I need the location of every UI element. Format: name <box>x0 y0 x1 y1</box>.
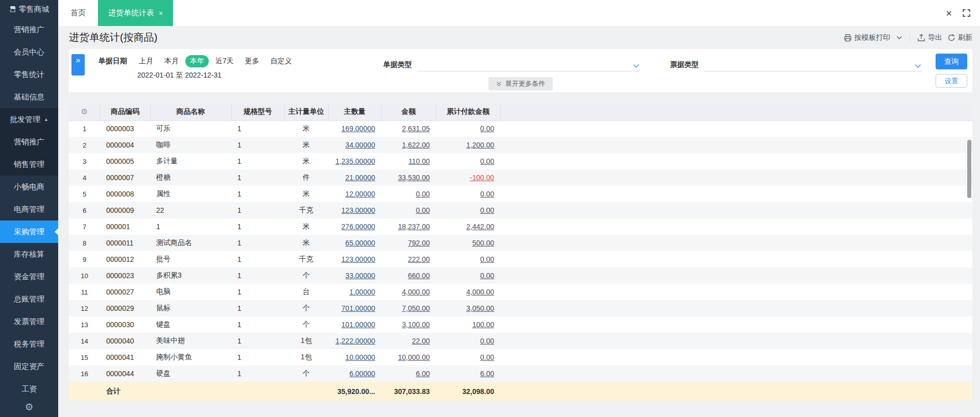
table-row[interactable]: 13 0000030 键盘 1 个 101.00000 3,100.00 100… <box>69 316 972 333</box>
sidebar-item[interactable]: 固定资产 <box>0 355 58 378</box>
cell-qty-link[interactable]: 123.00000 <box>341 206 375 214</box>
table-row[interactable]: 15 0000041 腌制小黄鱼 1 1包 10.00000 10,000.00… <box>69 349 972 365</box>
cell-paid-link[interactable]: 2,442.00 <box>467 223 495 231</box>
sidebar-item[interactable]: 发票管理 <box>0 310 58 333</box>
table-row[interactable]: 6 0000009 22 1 千克 123.00000 0.00 0.00 <box>69 202 972 218</box>
cell-qty-link[interactable]: 169.00000 <box>341 125 375 133</box>
column-header[interactable]: 主数量 <box>328 104 381 120</box>
cell-amount-link[interactable]: 110.00 <box>408 157 430 165</box>
tab-close-icon[interactable]: × <box>159 9 163 17</box>
filter-collapse-button[interactable]: » <box>71 54 85 76</box>
query-button[interactable]: 查询 <box>936 54 967 69</box>
cell-paid-link[interactable]: 0.00 <box>480 255 494 263</box>
date-option[interactable]: 本月 <box>160 55 183 67</box>
cell-paid-link[interactable]: 6.00 <box>480 370 494 378</box>
cell-amount-link[interactable]: 2,631.05 <box>402 125 430 133</box>
cell-amount-link[interactable]: 7,050.00 <box>402 304 430 312</box>
cell-qty-link[interactable]: 21.00000 <box>346 174 375 182</box>
column-header[interactable]: 主计量单位 <box>284 104 328 120</box>
cell-qty-link[interactable]: 1.00000 <box>349 288 375 296</box>
cell-qty-link[interactable]: 34.00000 <box>346 141 375 149</box>
settings-button[interactable]: 设置 <box>936 74 967 88</box>
sidebar-item[interactable]: 营销推广 <box>0 131 58 153</box>
cell-paid-link[interactable]: 100.00 <box>472 321 494 329</box>
cell-qty-link[interactable]: 123.00000 <box>341 255 375 263</box>
print-dropdown-chevron-icon[interactable] <box>896 36 902 40</box>
cell-paid-link[interactable]: 0.00 <box>480 353 494 361</box>
cell-qty-link[interactable]: 6.00000 <box>349 370 375 378</box>
cell-amount-link[interactable]: 792.00 <box>408 239 430 247</box>
cell-amount-link[interactable]: 660.00 <box>408 272 430 280</box>
cell-qty-link[interactable]: 10.00000 <box>346 353 375 361</box>
table-row[interactable]: 5 0000008 属性 1 米 12.00000 0.00 0.00 <box>69 186 972 202</box>
sidebar-item[interactable]: 采购管理 <box>0 220 58 243</box>
sidebar-item[interactable]: 销售管理 <box>0 153 58 176</box>
date-option[interactable]: 更多 <box>240 55 264 67</box>
sidebar-item[interactable]: 资金管理 <box>0 265 58 288</box>
cell-paid-link[interactable]: -100.00 <box>470 174 494 182</box>
table-scrollbar-thumb[interactable] <box>967 140 971 198</box>
cell-qty-link[interactable]: 1,222.00000 <box>335 337 375 345</box>
column-header[interactable]: 商品名称 <box>150 104 231 120</box>
cell-qty-link[interactable]: 33.00000 <box>346 272 375 280</box>
sidebar-gear-icon[interactable]: ⚙ <box>0 401 58 413</box>
table-row[interactable]: 11 0000027 电脑 1 台 1.00000 4,000.00 4,000… <box>69 284 972 300</box>
cell-paid-link[interactable]: 0.00 <box>480 272 494 280</box>
cell-qty-link[interactable]: 701.00000 <box>341 304 375 312</box>
export-button[interactable]: 导出 <box>917 33 942 42</box>
sidebar-item[interactable]: 库存核算 <box>0 243 58 265</box>
cell-paid-link[interactable]: 4,000.00 <box>467 288 495 296</box>
column-header[interactable]: 规格型号 <box>231 104 284 120</box>
refresh-button[interactable]: 刷新 <box>947 33 972 42</box>
cell-paid-link[interactable]: 0.00 <box>480 157 494 165</box>
cell-amount-link[interactable]: 18,237.00 <box>398 223 430 231</box>
date-option[interactable]: 自定义 <box>266 55 297 67</box>
table-row[interactable]: 16 0000044 硬盘 1 个 6.00000 6.00 6.00 <box>69 365 972 382</box>
table-row[interactable]: 2 0000004 咖啡 1 米 34.00000 1,622.00 1,200… <box>69 137 972 153</box>
table-row[interactable]: 3 0000005 多计量 1 米 1,235.00000 110.00 0.0… <box>69 153 972 169</box>
cell-paid-link[interactable]: 3,050.00 <box>467 304 495 312</box>
table-row[interactable]: 8 0000011 测试商品名 1 米 65.00000 792.00 500.… <box>69 235 972 251</box>
date-option[interactable]: 本年 <box>185 55 209 67</box>
sidebar-item[interactable]: 零售商城 <box>0 0 58 18</box>
cell-qty-link[interactable]: 276.00000 <box>341 223 375 231</box>
cell-amount-link[interactable]: 0.00 <box>416 190 430 198</box>
cell-amount-link[interactable]: 10,000.00 <box>398 353 430 361</box>
sidebar-item[interactable]: 零售统计 <box>0 63 58 86</box>
sidebar-item[interactable]: 会员中心 <box>0 41 58 63</box>
sidebar-item[interactable]: 电商管理 <box>0 198 58 220</box>
table-row[interactable]: 12 0000029 鼠标 1 个 701.00000 7,050.00 3,0… <box>69 300 972 316</box>
cell-paid-link[interactable]: 500.00 <box>472 239 494 247</box>
cell-amount-link[interactable]: 4,000.00 <box>402 288 430 296</box>
cell-paid-link[interactable]: 0.00 <box>480 190 494 198</box>
tab-purchase-report[interactable]: 进货单统计表 × <box>98 0 173 26</box>
column-header[interactable]: 商品编码 <box>100 104 150 120</box>
bill-type-select[interactable] <box>704 58 922 71</box>
cell-paid-link[interactable]: 0.00 <box>480 206 494 214</box>
column-header[interactable]: 金额 <box>381 104 436 120</box>
table-row[interactable]: 14 0000040 美味中翅 1 1包 1,222.00000 22.00 0… <box>69 333 972 349</box>
sidebar-item[interactable]: 工资 <box>0 378 58 400</box>
cell-amount-link[interactable]: 33,530.00 <box>398 174 430 182</box>
cell-paid-link[interactable]: 0.00 <box>480 125 494 133</box>
close-icon[interactable]: × <box>946 8 952 18</box>
cell-amount-link[interactable]: 6.00 <box>416 370 430 378</box>
cell-paid-link[interactable]: 1,200.00 <box>467 141 495 149</box>
fullscreen-icon[interactable] <box>962 9 971 17</box>
sidebar-item[interactable]: 营销推广 <box>0 18 58 41</box>
table-row[interactable]: 7 000001 1 1 米 276.00000 18,237.00 2,442… <box>69 218 972 235</box>
cell-amount-link[interactable]: 222.00 <box>408 255 430 263</box>
cell-qty-link[interactable]: 1,235.00000 <box>335 157 375 165</box>
cell-qty-link[interactable]: 65.00000 <box>346 239 375 247</box>
cell-amount-link[interactable]: 0.00 <box>416 206 430 214</box>
table-row[interactable]: 9 0000012 批号 1 千克 123.00000 222.00 0.00 <box>69 251 972 267</box>
sidebar-item[interactable]: 税务管理 <box>0 333 58 355</box>
cell-amount-link[interactable]: 1,622.00 <box>402 141 430 149</box>
cell-qty-link[interactable]: 101.00000 <box>341 321 375 329</box>
tab-home[interactable]: 首页 <box>58 0 98 26</box>
date-option[interactable]: 近7天 <box>211 55 238 67</box>
table-row[interactable]: 4 0000007 橙糖 1 件 21.00000 33,530.00 -100… <box>69 169 972 186</box>
column-header-settings[interactable]: ⚙ <box>69 104 100 120</box>
sidebar-item[interactable]: 基础信息 <box>0 86 58 108</box>
doc-type-select[interactable] <box>417 58 641 71</box>
